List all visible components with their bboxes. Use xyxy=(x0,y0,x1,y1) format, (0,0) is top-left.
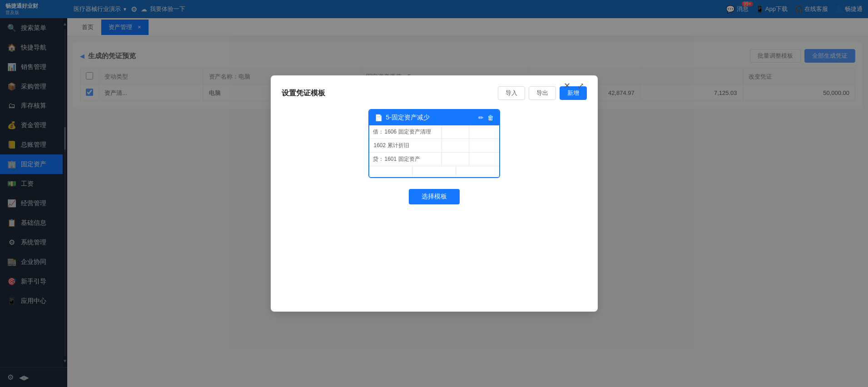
template-edit-icon[interactable]: ✏ xyxy=(478,114,484,121)
template-cell-label: 1602 累计折旧 xyxy=(369,139,442,152)
template-name: 5-固定资产减少 xyxy=(386,114,430,122)
template-cell-debit xyxy=(442,153,469,166)
template-cell-debit xyxy=(442,125,469,139)
template-doc-icon: 📄 xyxy=(375,114,382,121)
template-cell-debit xyxy=(442,139,469,152)
template-entry-row: 贷：1601 固定资产 xyxy=(369,153,499,166)
import-btn[interactable]: 导入 xyxy=(498,86,525,100)
modal-title: 设置凭证模板 xyxy=(282,89,325,98)
template-cell-credit xyxy=(469,153,496,166)
page-content: ◀ 生成的凭证预览 批量调整模板 全部生成凭证 变动类型 资产名称：电 xyxy=(67,36,868,387)
overlay-close-btn[interactable]: ✕ xyxy=(564,81,570,91)
export-btn[interactable]: 导出 xyxy=(529,86,556,100)
modal: ✕ ⤢ 设置凭证模板 导入 导出 新增 xyxy=(271,75,598,312)
modal-header-actions: 导入 导出 新增 xyxy=(498,86,587,100)
template-cell-credit xyxy=(469,139,496,152)
template-cell-label: 贷：1601 固定资产 xyxy=(369,153,442,166)
template-card: 📄 5-固定资产减少 ✏ 🗑 借：1 xyxy=(368,109,500,178)
template-cell-label: 借：1606 固定资产清理 xyxy=(369,125,442,139)
template-cell-credit xyxy=(469,125,496,139)
template-entry-row: 1602 累计折旧 xyxy=(369,139,499,153)
overlay-maximize-btn[interactable]: ⤢ xyxy=(577,81,584,91)
template-entry-row: 借：1606 固定资产清理 xyxy=(369,125,499,139)
template-card-header: 📄 5-固定资产减少 ✏ 🗑 xyxy=(369,110,499,125)
template-empty-row xyxy=(369,166,499,177)
template-body: 借：1606 固定资产清理 1602 累计折旧 贷：1601 固定资产 xyxy=(369,125,499,177)
modal-header: 设置凭证模板 导入 导出 新增 xyxy=(282,86,587,100)
template-delete-icon[interactable]: 🗑 xyxy=(487,114,494,121)
modal-overlay: ✕ ⤢ 设置凭证模板 导入 导出 新增 xyxy=(67,36,868,387)
content-area: 首页 资产管理 × ◀ 生成的凭证预览 批量调整模板 全部生成凭证 xyxy=(67,18,868,387)
select-template-btn[interactable]: 选择模板 xyxy=(409,189,460,204)
